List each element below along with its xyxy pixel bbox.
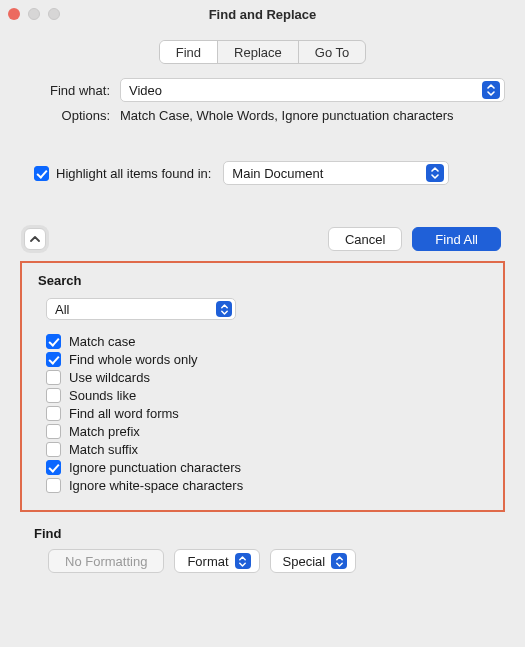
search-option[interactable]: Find whole words only (46, 352, 487, 367)
dialog-content: Find Replace Go To Find what: Video Opti… (0, 28, 525, 591)
search-options-panel: Search All Match caseFind whole words on… (20, 261, 505, 512)
search-option-label: Ignore punctuation characters (69, 460, 241, 475)
search-option-label: Sounds like (69, 388, 136, 403)
dropdown-icon (235, 553, 251, 569)
search-option-label: Match prefix (69, 424, 140, 439)
tab-goto[interactable]: Go To (298, 41, 365, 63)
search-options-list: Match caseFind whole words onlyUse wildc… (38, 334, 487, 493)
tab-replace[interactable]: Replace (217, 41, 298, 63)
search-option-checkbox[interactable] (46, 478, 61, 493)
dropdown-icon (216, 301, 232, 317)
search-heading: Search (38, 273, 487, 288)
search-option[interactable]: Find all word forms (46, 406, 487, 421)
collapse-toggle[interactable] (24, 228, 46, 250)
window-title: Find and Replace (0, 7, 525, 22)
search-option[interactable]: Match suffix (46, 442, 487, 457)
search-option-label: Use wildcards (69, 370, 150, 385)
search-option-label: Match case (69, 334, 135, 349)
search-option-label: Find all word forms (69, 406, 179, 421)
search-option-checkbox[interactable] (46, 424, 61, 439)
chevron-up-icon (30, 234, 40, 244)
highlight-label: Highlight all items found in: (56, 166, 211, 181)
dropdown-icon (482, 81, 500, 99)
search-option-checkbox[interactable] (46, 370, 61, 385)
search-scope-value: All (55, 302, 69, 317)
tab-find[interactable]: Find (160, 41, 217, 63)
special-button-label: Special (283, 554, 326, 569)
no-formatting-button: No Formatting (48, 549, 164, 573)
find-what-label: Find what: (20, 83, 120, 98)
search-option-checkbox[interactable] (46, 352, 61, 367)
search-option-checkbox[interactable] (46, 460, 61, 475)
mode-tabs: Find Replace Go To (159, 40, 366, 64)
highlight-checkbox[interactable]: Highlight all items found in: (34, 166, 211, 181)
find-section-heading: Find (34, 526, 505, 541)
search-option[interactable]: Ignore punctuation characters (46, 460, 487, 475)
format-button-label: Format (187, 554, 228, 569)
find-all-button[interactable]: Find All (412, 227, 501, 251)
find-what-combo[interactable]: Video (120, 78, 505, 102)
search-option-checkbox[interactable] (46, 388, 61, 403)
search-option-checkbox[interactable] (46, 334, 61, 349)
options-label: Options: (20, 108, 120, 123)
search-option[interactable]: Ignore white-space characters (46, 478, 487, 493)
search-option-label: Find whole words only (69, 352, 198, 367)
find-what-value: Video (129, 83, 162, 98)
highlight-scope-value: Main Document (232, 166, 323, 181)
search-option[interactable]: Use wildcards (46, 370, 487, 385)
search-option-checkbox[interactable] (46, 406, 61, 421)
search-scope-combo[interactable]: All (46, 298, 236, 320)
search-option-label: Ignore white-space characters (69, 478, 243, 493)
special-button[interactable]: Special (270, 549, 357, 573)
search-option[interactable]: Match prefix (46, 424, 487, 439)
dropdown-icon (426, 164, 444, 182)
cancel-button[interactable]: Cancel (328, 227, 402, 251)
options-summary: Match Case, Whole Words, Ignore punctuat… (120, 108, 454, 123)
dropdown-icon (331, 553, 347, 569)
format-button[interactable]: Format (174, 549, 259, 573)
search-option[interactable]: Match case (46, 334, 487, 349)
titlebar: Find and Replace (0, 0, 525, 28)
search-option-checkbox[interactable] (46, 442, 61, 457)
highlight-checkbox-input[interactable] (34, 166, 49, 181)
search-option[interactable]: Sounds like (46, 388, 487, 403)
highlight-scope-combo[interactable]: Main Document (223, 161, 449, 185)
search-option-label: Match suffix (69, 442, 138, 457)
